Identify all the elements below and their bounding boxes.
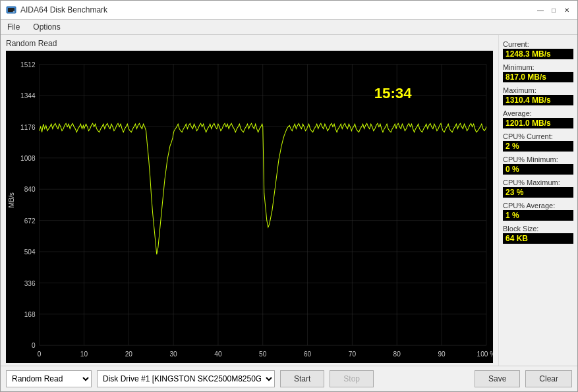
svg-text:1176: 1176 [20,123,36,130]
svg-text:15:34: 15:34 [374,85,412,101]
menu-options[interactable]: Options [29,21,64,33]
start-button[interactable]: Start [280,370,324,387]
stat-cpu-maximum: CPU% Maximum: 23 % [503,179,573,198]
svg-text:504: 504 [24,248,36,256]
block-size-label: Block Size: [503,225,573,233]
svg-text:168: 168 [24,311,36,318]
svg-text:100 %: 100 % [477,350,493,358]
average-value: 1201.0 MB/s [503,118,573,128]
svg-text:0: 0 [38,350,42,358]
svg-text:336: 336 [24,279,36,287]
main-content: Random Read [1,35,577,366]
maximum-value: 1310.4 MB/s [503,95,573,105]
chart-svg: 1512 1344 1176 1008 840 672 504 336 168 … [6,51,493,363]
svg-text:70: 70 [349,350,357,358]
minimum-value: 817.0 MB/s [503,72,573,82]
main-window: AIDA64 Disk Benchmark — □ ✕ File Options… [0,0,578,392]
svg-text:1008: 1008 [20,155,36,162]
chart-title: Random Read [6,39,493,48]
svg-text:40: 40 [214,350,222,358]
svg-text:MB/s: MB/s [8,192,15,208]
menu-file[interactable]: File [3,21,24,33]
stat-current: Current: 1248.3 MB/s [503,40,573,59]
sidebar: Current: 1248.3 MB/s Minimum: 817.0 MB/s… [498,35,577,366]
bottom-bar: Random Read Disk Drive #1 [KINGSTON SKC2… [1,366,577,391]
stat-cpu-minimum: CPU% Minimum: 0 % [503,155,573,175]
block-size-value: 64 KB [503,233,573,244]
cpu-current-label: CPU% Current: [503,132,573,140]
svg-text:0: 0 [32,342,36,349]
svg-rect-3 [6,51,493,363]
title-controls: — □ ✕ [535,5,572,15]
cpu-average-value: 1 % [503,210,573,221]
title-text: AIDA64 Disk Benchmark [20,5,107,14]
maximum-label: Maximum: [503,86,573,94]
svg-text:840: 840 [24,186,36,193]
maximize-button[interactable]: □ [548,5,559,15]
test-type-dropdown[interactable]: Random Read [6,370,92,387]
stat-average: Average: 1201.0 MB/s [503,109,573,128]
stat-maximum: Maximum: 1310.4 MB/s [503,86,573,105]
svg-text:1512: 1512 [20,61,36,69]
current-value: 1248.3 MB/s [503,49,573,59]
svg-text:90: 90 [438,350,446,358]
stop-button[interactable]: Stop [330,370,374,387]
close-button[interactable]: ✕ [562,5,572,15]
save-button[interactable]: Save [475,370,520,387]
stat-minimum: Minimum: 817.0 MB/s [503,63,573,82]
menu-bar: File Options [1,20,577,35]
current-label: Current: [503,40,573,48]
minimize-button[interactable]: — [535,5,546,15]
cpu-current-value: 2 % [503,141,573,152]
drive-dropdown[interactable]: Disk Drive #1 [KINGSTON SKC2500M8250G] (… [97,370,275,387]
chart-container: 1512 1344 1176 1008 840 672 504 336 168 … [6,51,493,363]
cpu-average-label: CPU% Average: [503,202,573,210]
stat-cpu-current: CPU% Current: 2 % [503,132,573,152]
cpu-minimum-value: 0 % [503,164,573,175]
app-icon [6,5,16,15]
svg-text:10: 10 [80,350,88,358]
stat-cpu-average: CPU% Average: 1 % [503,202,573,221]
svg-text:1344: 1344 [20,92,36,99]
svg-text:60: 60 [304,350,312,358]
svg-point-2 [13,11,15,13]
svg-text:20: 20 [125,350,133,358]
cpu-minimum-label: CPU% Minimum: [503,155,573,163]
title-bar-left: AIDA64 Disk Benchmark [6,5,107,15]
cpu-maximum-label: CPU% Maximum: [503,179,573,186]
svg-text:672: 672 [24,217,36,225]
cpu-maximum-value: 23 % [503,187,573,198]
minimum-label: Minimum: [503,63,573,71]
average-label: Average: [503,109,573,117]
svg-text:50: 50 [259,350,267,358]
clear-button[interactable]: Clear [525,370,572,387]
stat-block-size: Block Size: 64 KB [503,225,573,244]
chart-area: Random Read [1,35,498,366]
title-bar: AIDA64 Disk Benchmark — □ ✕ [1,1,577,20]
svg-text:80: 80 [393,350,401,358]
svg-text:30: 30 [169,350,177,358]
